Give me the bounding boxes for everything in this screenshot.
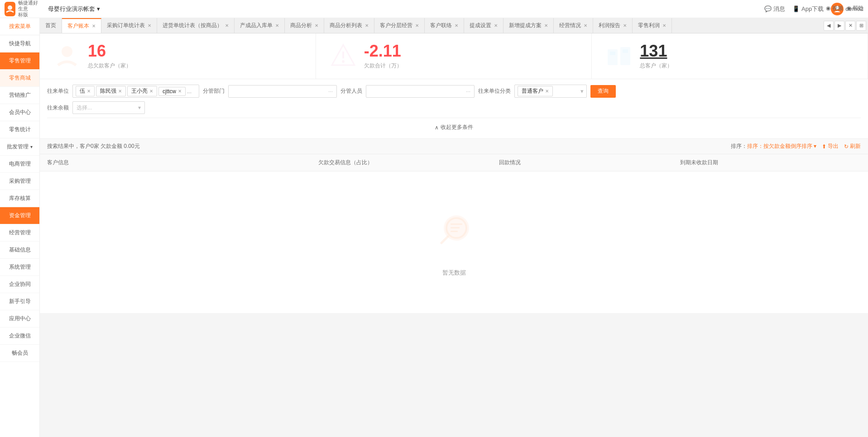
- stat-info-debt: -2.11 欠款合计（万）: [364, 43, 402, 70]
- sidebar-item-marketing[interactable]: 营销推广: [0, 87, 39, 104]
- unit-type-dropdown-icon: ▾: [580, 88, 584, 95]
- unit-tag-input[interactable]: 伍 ✕ 陈民强 ✕ 王小亮 ✕ cjttcw ✕: [72, 85, 199, 98]
- tag-close-icon[interactable]: ✕: [178, 89, 182, 94]
- unit-tag-0[interactable]: 伍 ✕: [76, 86, 95, 96]
- tab-product-analysis-list[interactable]: 商品分析列表 ✕: [324, 18, 374, 33]
- query-button[interactable]: 查询: [590, 85, 616, 98]
- sort-label: 排序：排序：按欠款金额倒序排序 ▾: [731, 142, 816, 150]
- sidebar-item-retail-mall[interactable]: 零售商城: [0, 70, 39, 87]
- sidebar-item-enterprise-collab[interactable]: 企业协同: [0, 276, 39, 293]
- sidebar-item-app-center[interactable]: 应用中心: [0, 310, 39, 328]
- collapse-btn[interactable]: ∧ 收起更多条件: [431, 122, 477, 133]
- svg-line-12: [441, 237, 448, 243]
- main-layout: 搜索菜单 快捷导航 零售管理 零售商城 营销推广 会员中心 零售统计 批发管理 …: [0, 18, 868, 437]
- store-dropdown-icon: ▾: [97, 5, 100, 12]
- tab-close-icon[interactable]: ✕: [623, 23, 627, 28]
- sidebar-item-retail-mgmt[interactable]: 零售管理: [0, 52, 39, 70]
- tab-next-btn[interactable]: ▶: [834, 21, 844, 31]
- sidebar-item-purchase[interactable]: 采购管理: [0, 173, 39, 190]
- tab-close-all-btn[interactable]: ✕: [845, 21, 855, 31]
- sidebar-item-system[interactable]: 系统管理: [0, 259, 39, 276]
- person-selector[interactable]: ···: [366, 85, 475, 98]
- download-icon: 📱: [792, 5, 800, 12]
- tab-close-icon[interactable]: ✕: [92, 24, 96, 28]
- tab-product-analysis[interactable]: 商品分析 ✕: [285, 18, 324, 33]
- tab-close-icon[interactable]: ✕: [494, 23, 498, 28]
- unit-tag-1[interactable]: 陈民强 ✕: [96, 86, 126, 96]
- unit-tag-3[interactable]: cjttcw ✕: [158, 87, 186, 96]
- sidebar-item-new-guide[interactable]: 新手引导: [0, 293, 39, 310]
- refresh-btn[interactable]: ↻ 刷新: [844, 142, 861, 150]
- tab-close-icon[interactable]: ✕: [662, 23, 666, 28]
- sidebar-item-operations[interactable]: 经营管理: [0, 224, 39, 242]
- sidebar-item-ecommerce[interactable]: 电商管理: [0, 156, 39, 173]
- sidebar-item-quick-nav[interactable]: 快捷导航: [0, 35, 39, 52]
- unit-type-tag-0[interactable]: 普通客户 ✕: [518, 86, 553, 96]
- sidebar-item-chang-member[interactable]: 畅会员: [0, 345, 39, 362]
- app-download-btn[interactable]: 📱 App下载: [792, 5, 824, 13]
- sidebar-item-member-center[interactable]: 会员中心: [0, 104, 39, 121]
- unit-type-tag-input[interactable]: 普通客户 ✕ ▾: [514, 85, 587, 98]
- stat-label-customers: 总欠款客户（家）: [88, 62, 131, 70]
- svg-point-0: [8, 5, 12, 10]
- sidebar-item-basic-info[interactable]: 基础信息: [0, 242, 39, 259]
- tab-close-icon[interactable]: ✕: [148, 23, 151, 28]
- tab-expand-btn[interactable]: ⊞: [856, 21, 866, 31]
- dept-selector[interactable]: ···: [228, 85, 337, 98]
- stat-icon-total: [605, 43, 633, 70]
- logo-text: 畅捷通好生意 标版: [18, 0, 41, 18]
- tab-prev-btn[interactable]: ◀: [824, 21, 834, 31]
- logo-icon: [5, 2, 15, 16]
- tab-profit-report[interactable]: 利润报告 ✕: [593, 18, 633, 33]
- tab-customer-ledger[interactable]: 客户账本 ✕: [62, 18, 101, 33]
- header-left: 畅捷通好生意 标版 母婴行业演示帐套 ▾: [5, 0, 104, 18]
- store-selector[interactable]: 母婴行业演示帐套 ▾: [44, 3, 104, 15]
- svg-rect-14: [451, 227, 460, 228]
- tab-home[interactable]: 首页: [40, 18, 62, 33]
- stat-number-debt: -2.11: [364, 43, 402, 59]
- tab-close-icon[interactable]: ✕: [225, 23, 229, 28]
- sidebar-item-retail-stats[interactable]: 零售统计: [0, 121, 39, 138]
- tag-close-icon[interactable]: ✕: [545, 89, 549, 94]
- tab-add-commission[interactable]: 新增提成方案 ✕: [504, 18, 554, 33]
- sidebar-item-inventory[interactable]: 库存核算: [0, 190, 39, 207]
- tab-purchase-order-stats[interactable]: 采购订单统计表 ✕: [101, 18, 157, 33]
- page-content: 16 总欠款客户（家） -2.11 欠款合: [40, 33, 868, 437]
- tab-retail-profit[interactable]: 零售利润 ✕: [633, 18, 672, 33]
- tab-purchase-stats-product[interactable]: 进货单统计表（按商品） ✕: [157, 18, 235, 33]
- tab-close-icon[interactable]: ✕: [584, 23, 587, 28]
- tab-close-icon[interactable]: ✕: [415, 23, 419, 28]
- balance-input[interactable]: 选择... ▾: [72, 101, 145, 114]
- empty-state: 暂无数据: [40, 171, 868, 313]
- tab-close-icon[interactable]: ✕: [365, 23, 369, 28]
- sidebar-search[interactable]: 搜索菜单: [0, 18, 39, 35]
- tag-close-icon[interactable]: ✕: [149, 89, 153, 94]
- message-btn[interactable]: 💬 消息: [764, 5, 785, 13]
- stat-info-customers: 16 总欠款客户（家）: [88, 43, 131, 70]
- results-bar: 搜索结果中，客户0家 欠款金额 0.00元 排序：排序：按欠款金额倒序排序 ▾ …: [40, 139, 868, 154]
- tab-bar: 首页 客户账本 ✕ 采购订单统计表 ✕ 进货单统计表（按商品） ✕ 产成品入库单…: [40, 18, 868, 33]
- svg-point-5: [342, 60, 345, 63]
- tab-close-icon[interactable]: ✕: [315, 23, 318, 28]
- sidebar-item-enterprise-wechat[interactable]: 企业微信: [0, 328, 39, 345]
- tab-operations[interactable]: 经营情况 ✕: [554, 18, 593, 33]
- tab-close-icon[interactable]: ✕: [455, 23, 458, 28]
- tab-commission-settings[interactable]: 提成设置 ✕: [464, 18, 504, 33]
- refresh-icon: ↻: [844, 143, 849, 150]
- export-btn[interactable]: ⬆ 导出: [822, 142, 839, 150]
- filter-more-btn[interactable]: ...: [187, 88, 192, 95]
- tag-close-icon[interactable]: ✕: [118, 89, 122, 94]
- svg-rect-9: [623, 49, 628, 53]
- tab-customer-tier[interactable]: 客户分层经营 ✕: [374, 18, 425, 33]
- sidebar-item-wholesale[interactable]: 批发管理 ▾: [0, 138, 39, 156]
- sidebar: 搜索菜单 快捷导航 零售管理 零售商城 营销推广 会员中心 零售统计 批发管理 …: [0, 18, 40, 437]
- select-more-icon: ···: [328, 88, 333, 95]
- filter-row-2: 往来余额 选择... ▾: [47, 101, 861, 114]
- sidebar-item-finance[interactable]: 资金管理: [0, 207, 39, 224]
- tag-close-icon[interactable]: ✕: [87, 89, 91, 94]
- tab-close-icon[interactable]: ✕: [275, 23, 279, 28]
- tab-product-inbound[interactable]: 产成品入库单 ✕: [235, 18, 285, 33]
- unit-tag-2[interactable]: 王小亮 ✕: [127, 86, 157, 96]
- tab-close-icon[interactable]: ✕: [544, 23, 548, 28]
- tab-customer-contact[interactable]: 客户联络 ✕: [425, 18, 464, 33]
